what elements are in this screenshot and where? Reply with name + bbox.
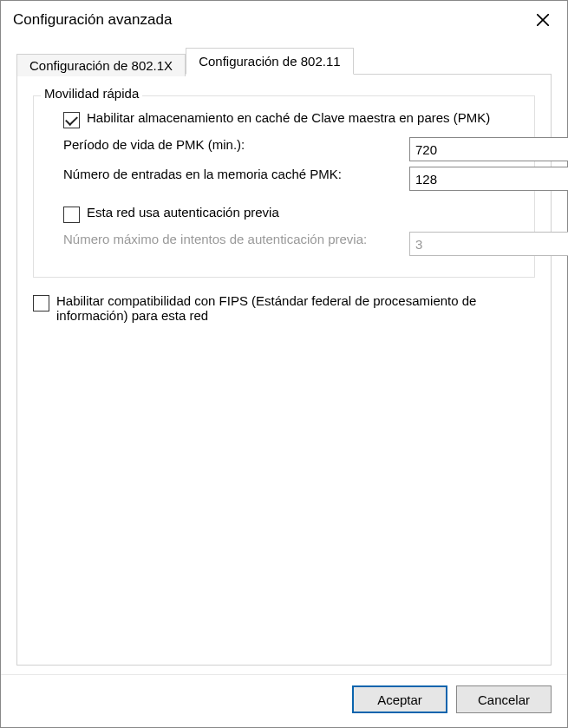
close-icon xyxy=(537,14,549,26)
label-fips: Habilitar compatibilidad con FIPS (Están… xyxy=(56,293,535,323)
group-fast-roaming: Movilidad rápida Habilitar almacenamient… xyxy=(33,95,535,278)
checkbox-pmk-cache[interactable] xyxy=(63,112,80,128)
dialog-footer: Aceptar Cancelar xyxy=(1,674,567,727)
tab-panel-80211: Movilidad rápida Habilitar almacenamient… xyxy=(16,74,552,666)
ok-button[interactable]: Aceptar xyxy=(352,685,447,713)
row-pmk-entries: Número de entradas en la memoria caché P… xyxy=(63,167,522,191)
tab-strip: Configuración de 802.1X Configuración de… xyxy=(16,48,552,75)
content-area: Configuración de 802.1X Configuración de… xyxy=(1,39,567,674)
row-pmk-cache: Habilitar almacenamiento en caché de Cla… xyxy=(63,110,522,128)
row-preauth-max: Número máximo de intentos de autenticaci… xyxy=(63,232,522,256)
row-fips: Habilitar compatibilidad con FIPS (Están… xyxy=(33,293,535,323)
cancel-button-label: Cancelar xyxy=(478,692,530,707)
label-preauth: Esta red usa autenticación previa xyxy=(87,205,522,220)
input-pmk-entries[interactable] xyxy=(409,167,568,191)
input-pmk-lifetime[interactable] xyxy=(409,137,568,161)
spinner-pmk-entries xyxy=(409,167,522,191)
label-preauth-max: Número máximo de intentos de autenticaci… xyxy=(63,232,409,246)
group-title: Movilidad rápida xyxy=(41,86,142,101)
spinner-pmk-lifetime xyxy=(409,137,522,161)
ok-button-label: Aceptar xyxy=(377,692,422,707)
input-preauth-max xyxy=(409,232,568,256)
titlebar: Configuración avanzada xyxy=(1,1,567,39)
checkbox-fips[interactable] xyxy=(33,295,49,312)
tab-8021x[interactable]: Configuración de 802.1X xyxy=(16,54,186,76)
label-pmk-entries: Número de entradas en la memoria caché P… xyxy=(63,167,409,181)
dialog-window: Configuración avanzada Configuración de … xyxy=(0,0,568,728)
cancel-button[interactable]: Cancelar xyxy=(456,685,552,713)
close-button[interactable] xyxy=(526,6,560,34)
tab-8021x-label: Configuración de 802.1X xyxy=(29,58,173,73)
checkbox-preauth[interactable] xyxy=(63,207,80,223)
row-preauth: Esta red usa autenticación previa xyxy=(63,205,522,223)
tab-80211-label: Configuración de 802.11 xyxy=(199,54,340,69)
label-pmk-lifetime: Período de vida de PMK (min.): xyxy=(63,137,409,152)
window-title: Configuración avanzada xyxy=(13,11,172,29)
label-pmk-cache: Habilitar almacenamiento en caché de Cla… xyxy=(87,110,522,125)
row-pmk-lifetime: Período de vida de PMK (min.): xyxy=(63,137,522,161)
tab-80211[interactable]: Configuración de 802.11 xyxy=(186,48,353,75)
spinner-preauth-max xyxy=(409,232,522,256)
